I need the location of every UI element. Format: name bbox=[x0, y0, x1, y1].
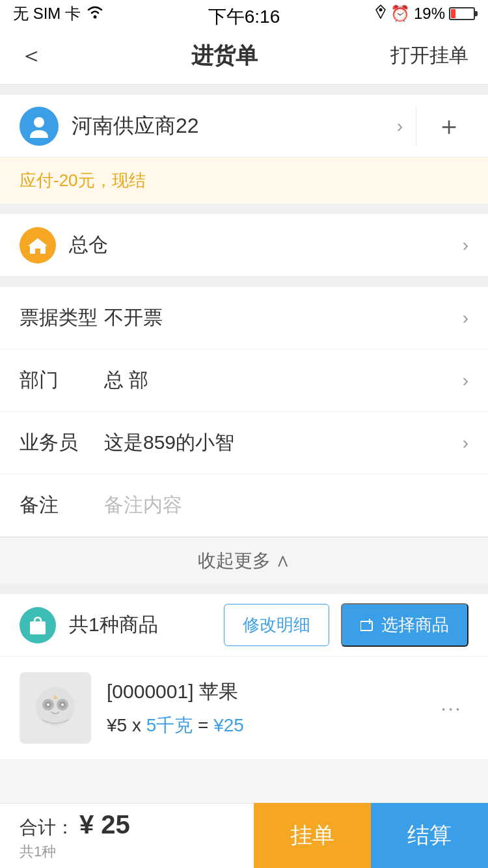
warehouse-section: 总仓 › bbox=[0, 214, 488, 277]
product-section: 共1种商品 修改明细 选择商品 bbox=[0, 594, 488, 760]
add-button[interactable]: ＋ bbox=[429, 108, 468, 144]
department-chevron-icon: › bbox=[463, 370, 468, 391]
total-section: 合计： ¥ 25 共1种 bbox=[0, 803, 254, 868]
invoice-label: 票据类型 bbox=[20, 305, 104, 331]
total-amount: ¥ 25 bbox=[79, 810, 130, 839]
warehouse-building-icon bbox=[28, 236, 47, 255]
vertical-divider bbox=[416, 107, 416, 146]
product-thumbnail bbox=[20, 672, 91, 744]
supplier-chevron-icon: › bbox=[397, 116, 403, 137]
svg-point-15 bbox=[47, 703, 49, 706]
back-button[interactable]: ＜ bbox=[20, 40, 59, 72]
svg-rect-6 bbox=[30, 621, 46, 634]
open-hold-button[interactable]: 打开挂单 bbox=[390, 42, 468, 69]
invoice-row[interactable]: 票据类型 不开票 › bbox=[0, 287, 488, 349]
salesman-chevron-icon: › bbox=[463, 433, 468, 454]
shopping-bag-icon bbox=[27, 615, 48, 636]
notice-bar: 应付-20元，现结 bbox=[0, 157, 488, 204]
svg-point-1 bbox=[379, 8, 382, 12]
location-icon bbox=[375, 5, 386, 23]
nav-bar: ＜ 进货单 打开挂单 bbox=[0, 27, 488, 85]
svg-marker-4 bbox=[28, 238, 47, 246]
collapse-toggle-label: 收起更多 ∧ bbox=[198, 549, 291, 573]
edit-details-button[interactable]: 修改明细 bbox=[224, 604, 329, 646]
salesman-label: 业务员 bbox=[20, 429, 104, 456]
section-divider-2 bbox=[0, 204, 488, 214]
remark-label: 备注 bbox=[20, 492, 104, 519]
total-row: 合计： ¥ 25 bbox=[20, 810, 234, 840]
svg-rect-7 bbox=[360, 621, 372, 631]
notice-text: 应付-20元，现结 bbox=[20, 170, 146, 190]
svg-point-2 bbox=[34, 117, 44, 128]
warehouse-chevron-icon: › bbox=[463, 235, 468, 256]
equals-sign: = bbox=[198, 715, 213, 735]
supplier-avatar bbox=[20, 107, 59, 146]
carrier-text: 无 SIM 卡 bbox=[13, 3, 81, 24]
product-title: 苹果 bbox=[199, 681, 238, 702]
total-sub-label: 共1种 bbox=[20, 843, 56, 860]
bottom-bar: 合计： ¥ 25 共1种 挂单 结算 bbox=[0, 803, 488, 868]
multiply-sign: x bbox=[132, 715, 146, 735]
supplier-row[interactable]: 河南供应商22 › ＋ bbox=[0, 95, 488, 157]
product-item: [0000001] 苹果 ¥5 x 5千克 = ¥25 ··· bbox=[0, 657, 488, 760]
salesman-row[interactable]: 业务员 这是859的小智 › bbox=[0, 412, 488, 474]
department-row[interactable]: 部门 总 部 › bbox=[0, 349, 488, 412]
product-total: ¥25 bbox=[213, 715, 244, 735]
collapse-toggle[interactable]: 收起更多 ∧ bbox=[0, 537, 488, 584]
total-sub: 共1种 bbox=[20, 840, 234, 861]
department-value: 总 部 bbox=[104, 367, 463, 394]
main-content: 河南供应商22 › ＋ 应付-20元，现结 总仓 › bbox=[0, 85, 488, 825]
status-left: 无 SIM 卡 bbox=[13, 3, 104, 24]
invoice-chevron-icon: › bbox=[463, 308, 468, 329]
svg-point-10 bbox=[36, 687, 75, 726]
product-info: [0000001] 苹果 ¥5 x 5千克 = ¥25 bbox=[107, 679, 434, 738]
product-icon bbox=[20, 607, 56, 644]
battery-icon bbox=[449, 7, 475, 20]
checkout-button[interactable]: 结算 bbox=[371, 803, 488, 868]
salesman-value: 这是859的小智 bbox=[104, 429, 463, 456]
section-divider-3 bbox=[0, 277, 488, 287]
product-count: 共1种商品 bbox=[69, 612, 224, 638]
cart-icon bbox=[360, 619, 376, 632]
supplier-section: 河南供应商22 › ＋ 应付-20元，现结 bbox=[0, 95, 488, 204]
svg-rect-5 bbox=[35, 249, 40, 254]
unit-price: ¥5 bbox=[107, 715, 127, 735]
person-icon bbox=[27, 115, 51, 138]
owl-logo-icon bbox=[29, 682, 81, 734]
invoice-value: 不开票 bbox=[104, 305, 463, 331]
wifi-icon bbox=[86, 5, 104, 23]
svg-point-0 bbox=[94, 16, 97, 19]
svg-point-16 bbox=[61, 703, 64, 706]
product-code: [0000001] bbox=[107, 681, 193, 702]
supplier-name: 河南供应商22 bbox=[72, 112, 397, 141]
battery-text: 19% bbox=[414, 5, 445, 23]
section-divider-4 bbox=[0, 584, 488, 594]
department-label: 部门 bbox=[20, 367, 104, 394]
page-title: 进货单 bbox=[59, 41, 390, 71]
select-product-button[interactable]: 选择商品 bbox=[341, 603, 468, 647]
form-section: 票据类型 不开票 › 部门 总 部 › 业务员 这是859的小智 › 备注 备注… bbox=[0, 287, 488, 537]
total-label: 合计： bbox=[20, 815, 74, 840]
status-time: 下午6:16 bbox=[208, 5, 280, 29]
warehouse-name: 总仓 bbox=[69, 232, 463, 258]
warehouse-icon bbox=[20, 227, 56, 264]
more-options-button[interactable]: ··· bbox=[434, 696, 468, 720]
quantity: 5千克 bbox=[146, 715, 193, 735]
hold-button[interactable]: 挂单 bbox=[254, 803, 371, 868]
product-header: 共1种商品 修改明细 选择商品 bbox=[0, 594, 488, 657]
product-name: [0000001] 苹果 bbox=[107, 679, 434, 705]
section-divider-1 bbox=[0, 85, 488, 95]
alarm-icon: ⏰ bbox=[390, 5, 410, 23]
warehouse-row[interactable]: 总仓 › bbox=[0, 214, 488, 277]
product-price: ¥5 x 5千克 = ¥25 bbox=[107, 713, 434, 738]
remark-row[interactable]: 备注 备注内容 bbox=[0, 474, 488, 537]
select-product-label: 选择商品 bbox=[381, 614, 449, 636]
status-bar: 无 SIM 卡 下午6:16 ⏰ 19% bbox=[0, 0, 488, 27]
status-right: ⏰ 19% bbox=[375, 5, 475, 23]
remark-input[interactable]: 备注内容 bbox=[104, 492, 468, 519]
